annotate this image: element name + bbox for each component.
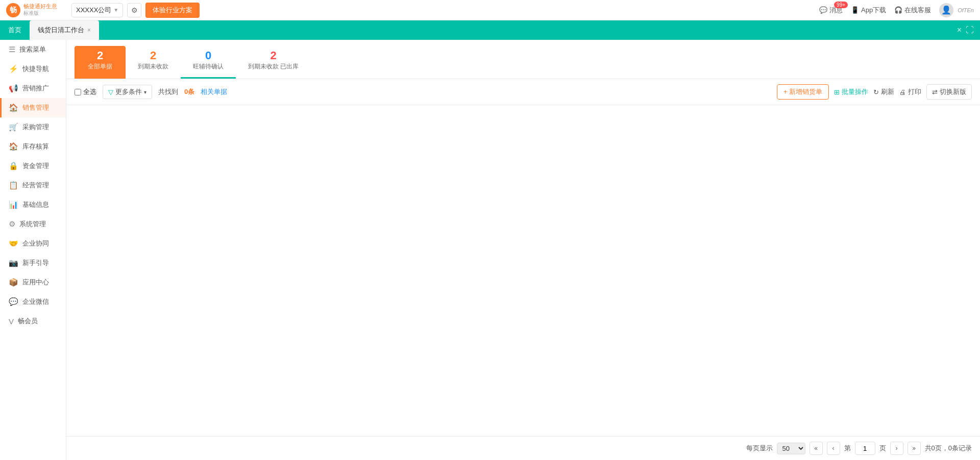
chevron-down-icon: ▼ <box>113 7 118 13</box>
member-icon: V <box>9 317 14 326</box>
message-badge: 99+ <box>834 2 848 8</box>
found-text: 共找到 <box>158 87 178 96</box>
toolbar: 全选 ▽ 更多条件 ▾ 共找到 0条 相关单据 + 新增销货单 ⊞ 批量操作 ↻… <box>66 79 980 105</box>
tab-close-icon[interactable]: × <box>87 27 91 34</box>
sales-icon: 🏠 <box>9 103 18 112</box>
sidebar-label-operation: 经营管理 <box>22 181 49 190</box>
top-bar-left: 畅 畅捷通好生意 标准版 XXXXX公司 ▼ ⚙ 体验行业方案 <box>6 3 200 18</box>
filter-chevron-icon: ▾ <box>144 89 146 95</box>
app-center-icon: 📦 <box>9 278 18 287</box>
tab-maximize-icon[interactable]: ⛶ <box>966 26 974 35</box>
select-all-checkbox[interactable]: 全选 <box>75 87 96 96</box>
sidebar-item-corp[interactable]: 🤝 企业协同 <box>0 234 66 253</box>
prev-page-button[interactable]: ‹ <box>827 442 840 455</box>
company-selector[interactable]: XXXXX公司 ▼ <box>71 3 123 17</box>
tab-home[interactable]: 首页 <box>0 20 30 40</box>
status-tabs: 2 全部单据 2 到期未收款 0 旺辅待确认 2 到期未收款 已出库 <box>66 40 980 79</box>
page-end-label: 页 <box>879 444 886 453</box>
related-link[interactable]: 相关单据 <box>201 87 227 96</box>
settings-button[interactable]: ⚙ <box>127 3 141 17</box>
tab-workbench[interactable]: 钱货日清工作台 × <box>30 20 99 40</box>
marketing-icon: 📢 <box>9 84 18 93</box>
finance-icon: 🔒 <box>9 161 18 171</box>
sidebar-item-finance[interactable]: 🔒 资金管理 <box>0 156 66 176</box>
first-page-button[interactable]: « <box>810 442 823 455</box>
print-icon: 🖨 <box>899 88 906 96</box>
sidebar-item-guide[interactable]: 📷 新手引导 <box>0 253 66 273</box>
sidebar-item-quick-nav[interactable]: ⚡ 快捷导航 <box>0 59 66 79</box>
top-bar: 畅 畅捷通好生意 标准版 XXXXX公司 ▼ ⚙ 体验行业方案 💬 消息 99+… <box>0 0 980 20</box>
guide-icon: 📷 <box>9 258 18 268</box>
status-tab-wangwang[interactable]: 0 旺辅待确认 <box>181 46 236 79</box>
sidebar-item-wechat[interactable]: 💬 企业微信 <box>0 292 66 311</box>
print-button[interactable]: 🖨 打印 <box>899 87 921 96</box>
status-tab-wangwang-label: 旺辅待确认 <box>193 62 224 71</box>
filter-icon: ▽ <box>108 88 113 96</box>
refresh-button[interactable]: ↻ 刷新 <box>873 87 894 96</box>
page-number-input[interactable] <box>855 442 875 455</box>
pagination-bar: 每页显示 50 100 200 « ‹ 第 页 › » 共0页，0条记录 <box>66 436 980 460</box>
sidebar-label-purchase: 采购管理 <box>22 123 49 132</box>
sidebar-item-operation[interactable]: 📋 经营管理 <box>0 176 66 195</box>
tab-minimize-icon[interactable]: × <box>957 26 962 35</box>
switch-version-button[interactable]: ⇄ 切换新版 <box>926 84 972 100</box>
sidebar-label-sales: 销售管理 <box>22 103 49 112</box>
sidebar-item-basic[interactable]: 📊 基础信息 <box>0 195 66 214</box>
sidebar-item-purchase[interactable]: 🛒 采购管理 <box>0 117 66 137</box>
status-tab-overdue-unpaid[interactable]: 2 到期未收款 <box>126 46 181 79</box>
filter-button[interactable]: ▽ 更多条件 ▾ <box>103 85 152 99</box>
sidebar-item-marketing[interactable]: 📢 营销推广 <box>0 79 66 98</box>
status-tab-all[interactable]: 2 全部单据 <box>75 46 126 79</box>
status-tab-overdue-not-out[interactable]: 2 到期未收款 已出库 <box>236 46 311 79</box>
message-button[interactable]: 💬 消息 99+ <box>819 6 843 15</box>
select-all-label: 全选 <box>83 87 96 96</box>
online-service-button[interactable]: 🎧 在线客服 <box>894 6 931 15</box>
sidebar-label-finance: 资金管理 <box>22 161 49 171</box>
tab-home-label: 首页 <box>8 26 21 35</box>
select-all-input[interactable] <box>75 89 81 95</box>
status-tab-overdue-not-out-label: 到期未收款 已出库 <box>248 62 299 71</box>
last-page-button[interactable]: » <box>908 442 921 455</box>
sidebar-label-basic: 基础信息 <box>22 200 49 209</box>
logo-text: 畅捷通好生意 <box>23 3 57 10</box>
batch-operation-button[interactable]: ⊞ 批量操作 <box>834 87 868 96</box>
page-label: 第 <box>844 444 851 453</box>
logo-icon: 畅 <box>6 3 20 17</box>
add-sales-order-button[interactable]: + 新增销货单 <box>777 84 829 100</box>
sidebar-item-sales[interactable]: 🏠 销售管理 <box>0 98 66 117</box>
per-page-select[interactable]: 50 100 200 <box>777 443 805 454</box>
sidebar-item-member[interactable]: V 畅会员 <box>0 311 66 331</box>
switch-label: 切换新版 <box>940 87 966 96</box>
sidebar-label-member: 畅会员 <box>18 317 38 326</box>
table-area <box>66 105 980 436</box>
sidebar-item-app-center[interactable]: 📦 应用中心 <box>0 273 66 292</box>
next-page-button[interactable]: › <box>890 442 903 455</box>
status-tab-wangwang-num: 0 <box>205 50 211 61</box>
sidebar-label-marketing: 营销推广 <box>22 84 49 93</box>
service-label: 在线客服 <box>904 6 931 15</box>
batch-icon: ⊞ <box>834 88 840 96</box>
avatar: 👤 <box>939 3 953 17</box>
sidebar-item-system[interactable]: ⚙ 系统管理 <box>0 214 66 234</box>
app-icon: 📱 <box>851 6 859 14</box>
avatar-icon: 👤 <box>941 5 951 15</box>
tab-bar: 首页 钱货日清工作台 × × ⛶ <box>0 20 980 40</box>
avatar-area[interactable]: 👤 OfTEn <box>939 3 974 17</box>
app-download-button[interactable]: 📱 App下载 <box>851 6 886 15</box>
service-icon: 🎧 <box>894 6 902 14</box>
found-count: 0条 <box>184 87 194 96</box>
refresh-label: 刷新 <box>881 87 894 96</box>
often-label: OfTEn <box>958 7 974 13</box>
industry-button[interactable]: 体验行业方案 <box>145 3 200 18</box>
sidebar-label-search-menu: 搜索菜单 <box>19 45 46 54</box>
sidebar-item-inventory[interactable]: 🏠 库存核算 <box>0 137 66 156</box>
main-layout: ☰ 搜索菜单 ⚡ 快捷导航 📢 营销推广 🏠 销售管理 🛒 采购管理 🏠 库存核… <box>0 40 980 460</box>
sidebar-label-corp: 企业协同 <box>22 239 49 248</box>
sidebar-item-search-menu[interactable]: ☰ 搜索菜单 <box>0 40 66 59</box>
per-page-label: 每页显示 <box>746 444 773 453</box>
status-tab-overdue-num: 2 <box>150 50 156 61</box>
total-label: 共0页，0条记录 <box>925 444 972 453</box>
toolbar-right: + 新增销货单 ⊞ 批量操作 ↻ 刷新 🖨 打印 ⇄ 切换新版 <box>777 84 972 100</box>
operation-icon: 📋 <box>9 181 18 190</box>
logo-area: 畅 畅捷通好生意 标准版 <box>6 3 67 17</box>
